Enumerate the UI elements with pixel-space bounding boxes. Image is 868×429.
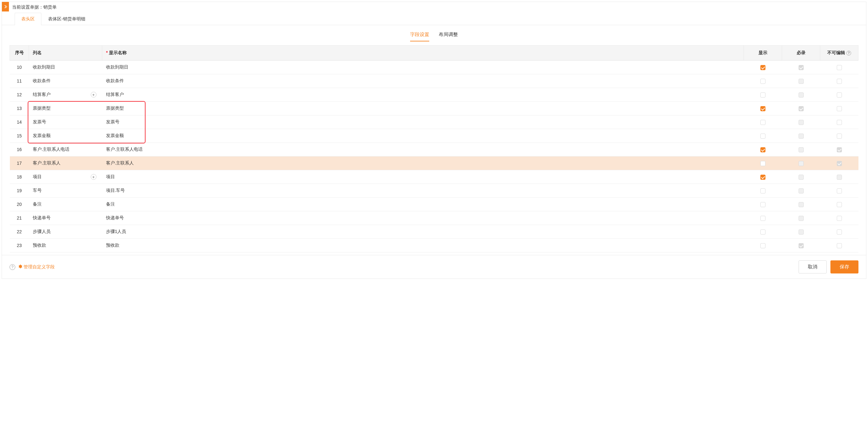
show-checkbox[interactable] xyxy=(761,175,766,180)
readonly-checkbox-cell xyxy=(820,156,859,170)
show-checkbox[interactable] xyxy=(761,65,766,70)
row-seq: 16 xyxy=(10,143,29,156)
save-button[interactable]: 保存 xyxy=(830,260,859,274)
readonly-checkbox-cell xyxy=(820,143,859,156)
readonly-checkbox-cell xyxy=(820,115,859,129)
row-seq: 12 xyxy=(10,88,29,102)
show-checkbox-cell xyxy=(744,143,782,156)
row-seq: 23 xyxy=(10,239,29,252)
row-display-name[interactable]: 备注 xyxy=(102,198,744,211)
row-display-name[interactable]: 发票金额 xyxy=(102,129,744,143)
show-checkbox[interactable] xyxy=(761,92,766,97)
required-checkbox xyxy=(799,134,804,139)
row-display-name[interactable]: 收款条件 xyxy=(102,74,744,88)
readonly-checkbox-cell xyxy=(820,129,859,143)
row-display-name[interactable]: 客户.主联系人电话 xyxy=(102,143,744,156)
required-checkbox-cell xyxy=(782,74,820,88)
table-row: 14发票号发票号 xyxy=(10,115,859,129)
tab-secondary-0[interactable]: 字段设置 xyxy=(410,32,429,41)
footer: ? 管理自定义字段 取消 保存 xyxy=(2,255,866,279)
required-checkbox xyxy=(799,229,804,235)
row-display-name[interactable]: 发票号 xyxy=(102,115,744,129)
readonly-checkbox-cell xyxy=(820,61,859,74)
row-display-name[interactable]: 客户.主联系人 xyxy=(102,156,744,170)
show-checkbox[interactable] xyxy=(761,120,766,125)
readonly-checkbox[interactable] xyxy=(837,189,842,194)
col-header-seq: 序号 xyxy=(10,46,29,61)
required-checkbox-cell xyxy=(782,115,820,129)
show-checkbox[interactable] xyxy=(761,106,766,111)
row-name: 快递单号 xyxy=(33,215,51,221)
secondary-tabs: 字段设置布局调整 xyxy=(2,25,866,45)
tab-primary-1[interactable]: 表体区-销货单明细 xyxy=(41,13,92,25)
tab-secondary-1[interactable]: 布局调整 xyxy=(439,32,458,41)
show-checkbox[interactable] xyxy=(761,229,766,235)
readonly-checkbox xyxy=(837,147,842,152)
row-display-name[interactable]: 步骤1人员 xyxy=(102,225,744,239)
tab-primary-0[interactable]: 表头区 xyxy=(14,13,41,25)
readonly-checkbox[interactable] xyxy=(837,243,842,248)
readonly-checkbox[interactable] xyxy=(837,229,842,235)
row-display-name[interactable]: 预收款 xyxy=(102,239,744,252)
show-checkbox-cell xyxy=(744,61,782,74)
show-checkbox-cell xyxy=(744,115,782,129)
show-checkbox[interactable] xyxy=(761,243,766,248)
required-checkbox-cell xyxy=(782,61,820,74)
table-row: 10收款到期日收款到期日 xyxy=(10,61,859,74)
readonly-checkbox[interactable] xyxy=(837,65,842,70)
sidebar-toggle-button[interactable] xyxy=(2,2,9,11)
required-checkbox-cell xyxy=(782,102,820,115)
manage-custom-fields-link[interactable]: 管理自定义字段 xyxy=(18,264,55,270)
show-checkbox[interactable] xyxy=(761,189,766,194)
plus-icon[interactable]: + xyxy=(91,92,96,97)
help-button[interactable]: ? xyxy=(9,264,15,270)
show-checkbox[interactable] xyxy=(761,134,766,139)
table-row: 23预收款预收款 xyxy=(10,239,859,252)
row-name-cell: 收款条件 xyxy=(29,74,102,88)
row-seq: 15 xyxy=(10,129,29,143)
row-display-name[interactable]: 项目.车号 xyxy=(102,184,744,198)
row-name-cell: 发票金额 xyxy=(29,129,102,143)
col-header-readonly: 不可编辑? xyxy=(820,46,859,61)
show-checkbox-cell xyxy=(744,129,782,143)
row-display-name[interactable]: 收款到期日 xyxy=(102,61,744,74)
row-display-name[interactable]: 快递单号 xyxy=(102,211,744,225)
row-name: 步骤人员 xyxy=(33,229,51,235)
required-checkbox xyxy=(799,106,804,111)
show-checkbox-cell xyxy=(744,225,782,239)
gear-icon xyxy=(18,264,22,269)
show-checkbox[interactable] xyxy=(761,202,766,207)
plus-icon[interactable]: + xyxy=(91,174,96,180)
readonly-checkbox[interactable] xyxy=(837,92,842,97)
readonly-checkbox[interactable] xyxy=(837,134,842,139)
cancel-button[interactable]: 取消 xyxy=(799,260,827,274)
table-row: 15发票金额发票金额 xyxy=(10,129,859,143)
fields-table: 序号 列名 *显示名称 显示 必录 不可编辑? 10收款到期日收款到期日11收款… xyxy=(9,45,859,252)
help-icon[interactable]: ? xyxy=(846,51,851,55)
readonly-checkbox[interactable] xyxy=(837,216,842,221)
table-row: 16客户.主联系人电话客户.主联系人电话 xyxy=(10,143,859,156)
row-display-name[interactable]: 项目 xyxy=(102,170,744,184)
readonly-checkbox[interactable] xyxy=(837,79,842,84)
table-row: 19车号项目.车号 xyxy=(10,184,859,198)
readonly-checkbox[interactable] xyxy=(837,106,842,111)
row-name-cell: 步骤人员 xyxy=(29,225,102,239)
row-seq: 13 xyxy=(10,102,29,115)
row-seq: 10 xyxy=(10,61,29,74)
header-value: 销货单 xyxy=(43,4,57,9)
show-checkbox[interactable] xyxy=(761,161,766,166)
row-name: 客户.主联系人电话 xyxy=(33,147,70,152)
readonly-checkbox[interactable] xyxy=(837,120,842,125)
row-display-name[interactable]: 票据类型 xyxy=(102,102,744,115)
row-name-cell: 收款到期日 xyxy=(29,61,102,74)
show-checkbox[interactable] xyxy=(761,216,766,221)
row-display-name[interactable]: 结算客户 xyxy=(102,88,744,102)
required-checkbox xyxy=(799,120,804,125)
row-name-cell: 发票号 xyxy=(29,115,102,129)
readonly-checkbox-cell xyxy=(820,184,859,198)
readonly-checkbox[interactable] xyxy=(837,202,842,207)
show-checkbox[interactable] xyxy=(761,79,766,84)
required-checkbox-cell xyxy=(782,198,820,211)
show-checkbox[interactable] xyxy=(761,147,766,152)
row-seq: 21 xyxy=(10,211,29,225)
